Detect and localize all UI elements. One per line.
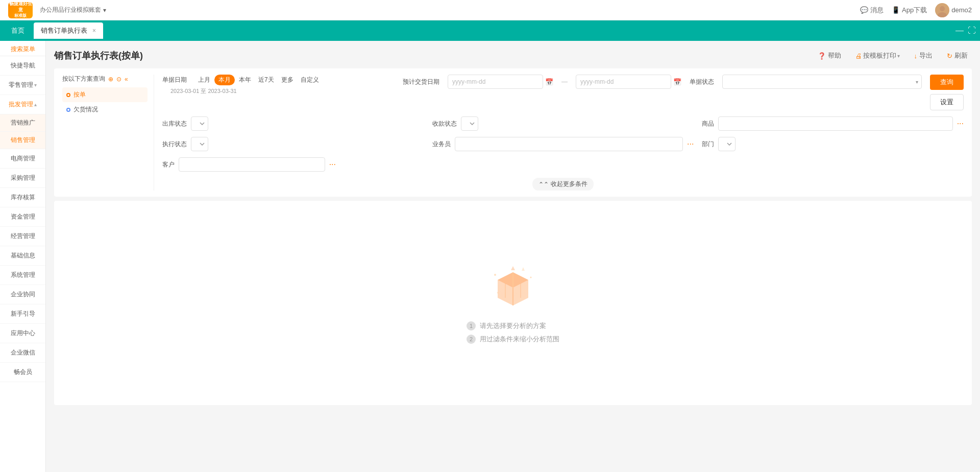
filter-nav-single[interactable]: 按单	[62, 87, 148, 102]
app-download-btn[interactable]: 📱 App下载	[892, 6, 927, 15]
tab-close-icon[interactable]: ×	[92, 27, 96, 34]
status-select[interactable]: ▾	[722, 75, 922, 89]
sidebar-item-finance[interactable]: 资金管理	[0, 207, 45, 227]
product-input[interactable]	[718, 116, 952, 131]
filter-left: 按以下方案查询 ⊕ ⊙ « 按单 欠货情况	[62, 75, 154, 191]
sidebar-item-sales[interactable]: 销售管理	[0, 132, 45, 149]
salesperson-group: 业务员 ···	[432, 137, 694, 151]
calendar-end-icon[interactable]: 📅	[673, 78, 681, 86]
date-tab-7days[interactable]: 近7天	[255, 75, 277, 85]
sidebar-item-member[interactable]: 畅会员	[0, 363, 45, 382]
outbound-select-input[interactable]	[191, 116, 208, 131]
exec-select-input[interactable]	[191, 137, 208, 151]
date-tab-more[interactable]: 更多	[278, 75, 297, 85]
exec-select[interactable]	[191, 137, 424, 151]
outbound-label: 出库状态	[162, 120, 187, 128]
empty-tip-2: 2 用过滤条件来缩小分析范围	[467, 335, 559, 344]
refresh-icon: ↻	[947, 52, 952, 60]
dept-label: 部门	[702, 140, 714, 149]
svg-point-9	[494, 274, 496, 276]
date-tab-custom[interactable]: 自定义	[298, 75, 322, 85]
edit-icon[interactable]: ⊙	[116, 76, 121, 83]
sidebar-item-wholesale[interactable]: 批发管理 ▴	[0, 95, 45, 114]
minimize-icon[interactable]: —	[955, 26, 964, 35]
sidebar-sub-wholesale: 营销推广 销售管理	[0, 114, 45, 149]
customer-input[interactable]	[179, 157, 325, 172]
filter-nav-shortage[interactable]: 欠货情况	[62, 102, 148, 117]
collapse-left-icon[interactable]: «	[125, 76, 128, 83]
customer-more-icon[interactable]: ···	[329, 160, 336, 169]
predicted-date-end-input[interactable]	[576, 75, 671, 89]
date-tab-this-month[interactable]: 本月	[214, 75, 235, 85]
filter-left-header: 按以下方案查询 ⊕ ⊙ «	[62, 75, 148, 83]
query-button[interactable]: 查询	[930, 75, 964, 90]
settings-button[interactable]: 设置	[930, 94, 964, 110]
export-icon: ↓	[914, 52, 918, 60]
dropdown-icon: ▾	[103, 7, 106, 14]
row2: 出库状态 收款状态	[162, 116, 964, 131]
print-dropdown-icon[interactable]: ▾	[897, 53, 900, 59]
product-more-icon[interactable]: ···	[957, 120, 964, 128]
dept-select[interactable]	[718, 137, 964, 151]
sidebar-item-purchase[interactable]: 采购管理	[0, 169, 45, 188]
salesperson-input[interactable]	[455, 137, 683, 151]
sidebar-item-marketing[interactable]: 营销推广	[0, 114, 45, 132]
receipt-select-input[interactable]	[461, 116, 478, 131]
app-logo: 畅捷通好生意标准版	[8, 2, 33, 18]
page-actions: ❓ 帮助 🖨 按模板打印 ▾ ↓ 导出 ↻ 刷新	[814, 49, 972, 62]
receipt-group: 收款状态	[432, 116, 694, 131]
calendar-start-icon[interactable]: 📅	[545, 78, 553, 86]
download-icon: 📱	[892, 6, 900, 14]
avatar-image	[935, 3, 949, 17]
sidebar-item-system[interactable]: 系统管理	[0, 266, 45, 285]
salesperson-more-icon[interactable]: ···	[687, 140, 694, 148]
sidebar-item-quick-nav[interactable]: 快捷导航	[0, 56, 45, 76]
sidebar-item-retail[interactable]: 零售管理 ▾	[0, 76, 45, 95]
receipt-select[interactable]	[461, 116, 694, 131]
help-btn[interactable]: ❓ 帮助	[814, 49, 845, 62]
print-btn[interactable]: 🖨 按模板打印 ▾	[851, 49, 904, 62]
outbound-select[interactable]	[191, 116, 424, 131]
collapse-btn[interactable]: ⌃⌃ 收起更多条件	[532, 178, 594, 191]
messages-btn[interactable]: 💬 消息	[860, 6, 884, 15]
date-tab-last-month[interactable]: 上月	[195, 75, 213, 85]
sidebar-item-beginner[interactable]: 新手引导	[0, 304, 45, 324]
status-group: 单据状态 ▾	[690, 75, 922, 89]
export-btn[interactable]: ↓ 导出	[910, 49, 937, 62]
sidebar-item-wechat[interactable]: 企业微信	[0, 343, 45, 363]
sidebar: 搜索菜单 快捷导航 零售管理 ▾ 批发管理 ▴ 营销推广 销售管理 电商管理 采…	[0, 41, 46, 472]
user-avatar[interactable]: demo2	[935, 3, 972, 17]
salesperson-label: 业务员	[432, 140, 451, 149]
top-nav-label[interactable]: 办公用品行业模拟账套 ▾	[37, 6, 109, 14]
print-icon: 🖨	[855, 52, 862, 60]
sidebar-item-ecommerce[interactable]: 电商管理	[0, 149, 45, 169]
add-icon[interactable]: ⊕	[108, 76, 113, 83]
date-tab-this-year[interactable]: 本年	[236, 75, 254, 85]
date-row: 单据日期 上月 本月 本年 近7天 更多 自定义	[162, 75, 395, 85]
status-dropdown-icon[interactable]: ▾	[913, 79, 921, 85]
page-title-bar: 销售订单执行表(按单) ❓ 帮助 🖨 按模板打印 ▾ ↓ 导出	[54, 49, 972, 62]
refresh-btn[interactable]: ↻ 刷新	[943, 49, 972, 62]
customer-group: 客户 ···	[162, 157, 336, 172]
dept-select-input[interactable]	[718, 137, 736, 151]
sidebar-item-basic-info[interactable]: 基础信息	[0, 246, 45, 266]
empty-state: 1 请先选择要分析的方案 2 用过滤条件来缩小分析范围	[467, 221, 559, 385]
sidebar-item-appstore[interactable]: 应用中心	[0, 324, 45, 343]
expand-icon[interactable]: ⛶	[968, 26, 976, 35]
predicted-date-start-input[interactable]	[448, 75, 543, 89]
help-icon: ❓	[818, 52, 826, 60]
tab-active[interactable]: 销售订单执行表 ×	[34, 22, 103, 39]
collapse-icon: ⌃⌃	[538, 181, 549, 188]
empty-icon	[487, 262, 538, 313]
sidebar-item-operations[interactable]: 经营管理	[0, 227, 45, 246]
sidebar-item-inventory[interactable]: 库存核算	[0, 188, 45, 207]
svg-point-1	[940, 6, 945, 11]
svg-marker-12	[511, 266, 515, 270]
content-area: 销售订单执行表(按单) ❓ 帮助 🖨 按模板打印 ▾ ↓ 导出	[46, 41, 980, 472]
date-range-value: 2023-03-01 至 2023-03-31	[170, 87, 237, 95]
tab-home[interactable]: 首页	[4, 22, 32, 39]
sidebar-search[interactable]: 搜索菜单	[0, 41, 45, 56]
chevron-icon: ▴	[34, 102, 37, 107]
sidebar-item-enterprise[interactable]: 企业协同	[0, 285, 45, 304]
exec-label: 执行状态	[162, 140, 187, 149]
